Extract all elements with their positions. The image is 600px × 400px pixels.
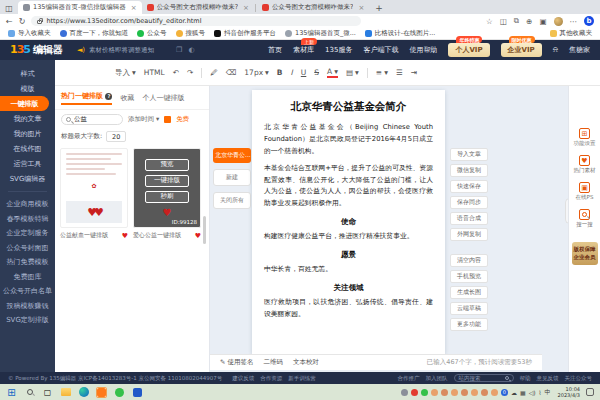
undo-icon[interactable]: ↶ (173, 68, 179, 77)
tray-zero-badge[interactable]: 0 (501, 389, 508, 396)
sidebar-promo-item[interactable]: 企业定制服务 (0, 226, 55, 241)
browser-avatar[interactable] (554, 17, 563, 26)
enterprise-vip-button[interactable]: 限时优惠企业VIP (501, 43, 542, 57)
clear-content-button[interactable]: 清空内容 (450, 254, 488, 267)
sidebar-item-my-articles[interactable]: 我的文章 (0, 111, 55, 126)
split-screen-icon[interactable]: ◫ (500, 17, 507, 26)
sidebar-promo-item[interactable]: SVG定制排版 (0, 313, 55, 328)
redo-icon[interactable]: ↷ (187, 68, 193, 77)
tray-network-icon[interactable]: ⌇ (539, 389, 542, 396)
bell-icon[interactable]: ⍾ (553, 45, 558, 55)
tab-close-icon[interactable]: × (356, 4, 364, 12)
quick-save-button[interactable]: 快速保存 (450, 180, 488, 193)
preview-button[interactable]: 预览 (145, 159, 189, 171)
tray-wechat-icon[interactable] (421, 389, 428, 396)
sidebar-item-online-drawing[interactable]: 在线作图 (0, 141, 55, 156)
tray-icon[interactable] (401, 389, 408, 396)
tray-icon[interactable] (441, 389, 448, 396)
font-size-select[interactable]: 17px▾ (244, 68, 269, 77)
sidebar-item-operation-tools[interactable]: 运营工具 (0, 156, 55, 171)
theme-icon[interactable]: ◐ (188, 46, 194, 54)
bookmark-item[interactable]: 抖音创作服务平台 (214, 29, 276, 38)
tray-icon[interactable] (491, 389, 498, 396)
document-page[interactable]: 北京华青公益基金会简介 北京华青公益基金会（Beijing Chinese Yo… (252, 90, 445, 354)
clear-format-icon[interactable]: ⌫ (226, 68, 237, 77)
tray-teams-icon[interactable]: ▦ (520, 389, 526, 396)
proofread-option[interactable]: 文本校对 (293, 358, 319, 367)
task-view-icon[interactable]: ▢ (42, 387, 53, 398)
save-sync-button[interactable]: 保存同步 (450, 196, 488, 209)
italic-button[interactable]: I (291, 68, 293, 77)
browser-profile-icon[interactable]: ◫ (0, 2, 18, 14)
refresh-icon[interactable]: ↻ (19, 17, 26, 26)
footer-link-cooperation[interactable]: 合作推广 (398, 375, 420, 382)
bookmark-item[interactable]: 公众号 (137, 29, 167, 38)
sidebar-promo-item[interactable]: 免费图库 (0, 270, 55, 285)
edge-icon[interactable] (78, 387, 89, 398)
tray-volume-icon[interactable]: ◁) (529, 389, 536, 396)
collections-icon[interactable]: ⧉ (514, 16, 519, 26)
tray-record-icon[interactable] (411, 389, 418, 396)
max-chars-input[interactable]: 20 (106, 131, 126, 142)
sidebar-promo-item[interactable]: 春季模板特辑 (0, 212, 55, 227)
browser-tab-1[interactable]: 135编辑器首页-微信排版编辑器 × (18, 1, 142, 14)
office-app-icon[interactable] (132, 387, 143, 398)
rail-feature-settings[interactable]: ⊞功能设置 (574, 128, 596, 147)
sidebar-item-styles[interactable]: 样式 (0, 66, 55, 81)
footer-link-join[interactable]: 加入团队 (426, 375, 448, 382)
cloud-draft-button[interactable]: 云端草稿 (450, 302, 488, 315)
html-button[interactable]: HTML (144, 68, 165, 77)
sidebar-promo-item[interactable]: 公众号封面图 (0, 241, 55, 256)
instant-apply-button[interactable]: 秒刷 (145, 191, 189, 203)
back-icon[interactable]: ← (6, 17, 13, 26)
taskbar-search-icon[interactable] (24, 387, 35, 398)
nav-material-library[interactable]: 上新素材库 (293, 45, 314, 55)
tab-close-icon[interactable]: × (129, 4, 137, 12)
doc-tab-new[interactable]: 新建 (213, 169, 251, 186)
nav-home[interactable]: 首页 (268, 45, 282, 55)
align-button[interactable]: ≡▾ (376, 68, 388, 77)
username[interactable]: 焦糖家 (569, 45, 590, 55)
long-image-button[interactable]: 生成长图 (450, 286, 488, 299)
bing-copilot-icon[interactable]: b (584, 16, 594, 26)
rail-online-ps[interactable]: ▣在线PS (576, 182, 594, 201)
tray-icon[interactable] (451, 389, 458, 396)
tts-button[interactable]: 语音合成 (450, 212, 488, 225)
footer-link-training[interactable]: 新手训练营 (288, 375, 316, 382)
doc-tab-current[interactable]: 北京华青公... (213, 148, 251, 163)
sidebar-promo-item[interactable]: 投稿模板赚钱 (0, 299, 55, 314)
indent-button[interactable]: ⇥ (411, 68, 417, 77)
font-color-button[interactable]: A▾ (327, 68, 338, 78)
rail-search[interactable]: 搜一搜 (576, 209, 593, 228)
import-article-button[interactable]: 导入文章 (450, 148, 488, 161)
qrcode-option[interactable]: 二维码 (264, 358, 284, 367)
bold-button[interactable]: B (277, 68, 283, 77)
taskbar-clock[interactable]: 10:04 2023/4/3 (558, 386, 580, 399)
active-app-icon[interactable] (96, 387, 107, 398)
panel-scrollbar[interactable] (203, 216, 206, 244)
tray-icon[interactable] (471, 389, 478, 396)
favorite-icon[interactable]: ☆ (486, 17, 493, 26)
personal-vip-button[interactable]: 年终特惠个人VIP (448, 43, 489, 57)
list-button[interactable]: ☰ (396, 68, 403, 77)
one-key-layout-button[interactable]: 一键排版 (145, 175, 189, 187)
more-menu-icon[interactable]: ⋯ (570, 17, 578, 26)
footer-feedback[interactable]: 意见反馈 (537, 375, 559, 382)
bookmark-item[interactable]: 比格设计-在线图片... (365, 29, 436, 38)
help-icon[interactable]: ? (105, 93, 112, 100)
template-card-love-charity[interactable]: 预览 一键排版 秒刷 ♥ ID:99128 (133, 148, 201, 228)
underline-button[interactable]: U (301, 68, 307, 77)
nav-client-download[interactable]: 客户端下载 (363, 45, 398, 55)
wechat-copy-button[interactable]: 微信复制 (450, 164, 488, 177)
site-search[interactable]: 站内搜索 (454, 374, 514, 382)
rail-hot-materials[interactable]: ♥热门素材 (574, 155, 596, 174)
sidebar-item-svg-editor[interactable]: SVG编辑器 (0, 171, 55, 186)
bookmark-item[interactable]: 百度一下，你就知道 (60, 29, 129, 38)
announcement[interactable]: ◄) 素材价格即将调整通知 (77, 46, 154, 55)
tab-hot-one-key[interactable]: 热门一键排版 ? (61, 91, 112, 105)
bookmark-item[interactable]: 搜狐号 (176, 29, 206, 38)
footer-link-feedback[interactable]: 建议反馈 (232, 375, 254, 382)
tab-personal-one-key[interactable]: 个人一键排版 (142, 93, 184, 103)
tab-favorites[interactable]: 收藏 (120, 93, 134, 103)
bookmark-item[interactable]: 导入收藏夹 (8, 29, 51, 38)
